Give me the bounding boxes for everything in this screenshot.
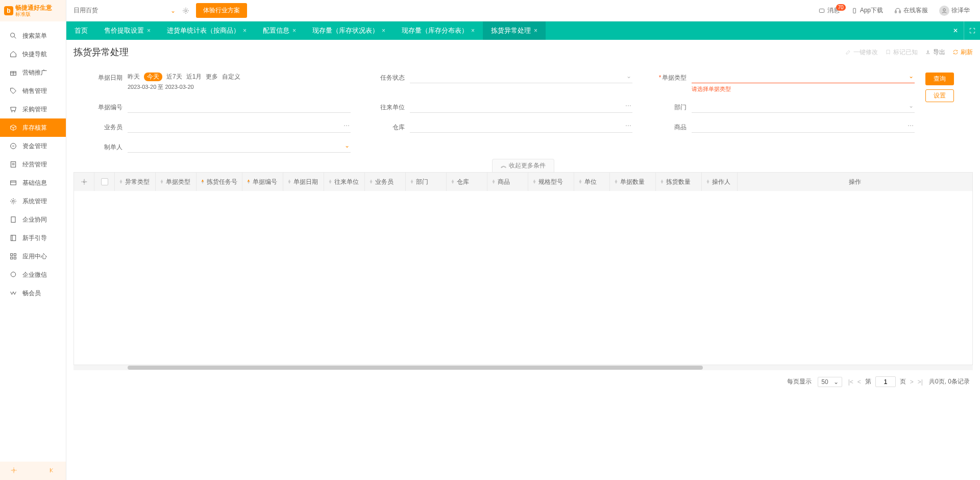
sidebar-item-coop[interactable]: 企业协同: [0, 210, 66, 229]
tab-home[interactable]: 首页: [66, 21, 96, 40]
bill-type-select[interactable]: [692, 73, 915, 83]
sidebar-item-biz[interactable]: 经营管理: [0, 155, 66, 174]
creator-select[interactable]: [128, 142, 351, 153]
date-shortcut-custom[interactable]: 自定义: [222, 73, 240, 81]
sidebar-item-label: 新手引导: [22, 234, 47, 243]
more-icon[interactable]: ⋯: [625, 122, 631, 129]
mark-known-button[interactable]: 标记已知: [885, 48, 918, 57]
select-all-checkbox[interactable]: [94, 173, 115, 191]
chevron-down-icon[interactable]: ⌄: [909, 102, 914, 109]
sidebar-item-guide[interactable]: 新手引导: [0, 229, 66, 247]
sidebar-item-funds[interactable]: 资金管理: [0, 137, 66, 155]
tab-stock-status[interactable]: 现存量（库存状况表）×: [304, 21, 394, 40]
batch-edit-button[interactable]: 一键修改: [845, 48, 878, 57]
app-download-button[interactable]: App下载: [848, 6, 886, 15]
col-bill-no[interactable]: ▲▼单据编号: [242, 173, 283, 191]
settings-icon[interactable]: [10, 467, 17, 475]
col-partner[interactable]: ▲▼往来单位: [324, 173, 365, 191]
sidebar-item-basic[interactable]: 基础信息: [0, 174, 66, 192]
page-number-input[interactable]: [875, 376, 896, 387]
sidebar-item-marketing[interactable]: 营销推广: [0, 63, 66, 82]
sidebar-item-search[interactable]: 搜索菜单: [0, 27, 66, 45]
sidebar-item-member[interactable]: 畅会员: [0, 284, 66, 302]
close-all-tabs-button[interactable]: ✕: [947, 21, 964, 40]
table-body-empty: [74, 191, 972, 365]
tab-picking-exception[interactable]: 拣货异常处理×: [483, 21, 546, 40]
horizontal-scrollbar[interactable]: [74, 365, 973, 370]
tab-config[interactable]: 配置信息×: [255, 21, 304, 40]
user-menu[interactable]: 徐泽华: [936, 6, 973, 16]
col-product[interactable]: ▲▼商品: [487, 173, 528, 191]
sidebar-item-sales[interactable]: 销售管理: [0, 82, 66, 100]
close-icon[interactable]: ×: [534, 27, 537, 34]
partner-input[interactable]: [410, 102, 633, 113]
first-page-button[interactable]: |<: [848, 378, 853, 386]
chevron-down-icon[interactable]: ⌄: [345, 142, 350, 149]
tenant-settings-button[interactable]: [181, 6, 191, 16]
col-bill-qty[interactable]: ▲▼单据数量: [610, 173, 656, 191]
bill-no-input[interactable]: [128, 102, 351, 113]
collapse-sidebar-icon[interactable]: [48, 467, 56, 475]
col-operator[interactable]: ▲▼操作人: [702, 173, 738, 191]
filter-settings-button[interactable]: 设置: [925, 89, 954, 102]
sidebar-item-label: 库存核算: [22, 124, 47, 132]
chevron-down-icon[interactable]: ⌄: [626, 73, 631, 80]
tenant-selector[interactable]: 日用百货 ⌄: [74, 6, 176, 15]
sidebar-item-label: 畅会员: [22, 289, 41, 298]
tab-price-extract[interactable]: 售价提取设置×: [96, 21, 159, 40]
prev-page-button[interactable]: <: [857, 378, 861, 386]
close-icon[interactable]: ×: [147, 27, 151, 34]
export-button[interactable]: 导出: [925, 48, 945, 57]
cta-button[interactable]: 体验行业方案: [196, 3, 247, 18]
sidebar-item-inventory[interactable]: 库存核算: [0, 118, 66, 137]
col-bill-type[interactable]: ▲▼单据类型: [156, 173, 197, 191]
collapse-filters-button[interactable]: ︽ 收起更多条件: [492, 159, 554, 172]
col-task-no[interactable]: ▲▼拣货任务号: [197, 173, 242, 191]
page-size-select[interactable]: 50 ⌄: [818, 377, 842, 387]
close-icon[interactable]: ×: [292, 27, 296, 34]
chevron-down-icon[interactable]: ⌄: [909, 73, 914, 80]
more-icon[interactable]: ⋯: [344, 122, 350, 129]
product-input[interactable]: [692, 122, 915, 133]
task-status-select[interactable]: [410, 73, 633, 83]
support-button[interactable]: 在线客服: [891, 6, 931, 15]
sidebar-item-system[interactable]: 系统管理: [0, 192, 66, 210]
date-shortcut-7d[interactable]: 近7天: [166, 73, 182, 81]
refresh-button[interactable]: 刷新: [952, 48, 973, 57]
messages-button[interactable]: 消息 70: [815, 6, 843, 15]
department-select[interactable]: [692, 102, 915, 113]
sidebar-item-purchase[interactable]: 采购管理: [0, 100, 66, 118]
scrollbar-thumb[interactable]: [128, 366, 703, 370]
query-button[interactable]: 查询: [925, 73, 954, 85]
sort-icon: ▲▼: [660, 180, 664, 184]
col-bill-date[interactable]: ▲▼单据日期: [283, 173, 324, 191]
report-icon: [9, 160, 17, 169]
date-shortcut-more[interactable]: 更多: [206, 73, 218, 81]
col-salesman[interactable]: ▲▼业务员: [365, 173, 406, 191]
close-icon[interactable]: ×: [382, 27, 385, 34]
date-shortcut-today[interactable]: 今天: [144, 73, 162, 81]
sidebar-item-quicknav[interactable]: 快捷导航: [0, 45, 66, 63]
warehouse-input[interactable]: [410, 122, 633, 133]
col-warehouse[interactable]: ▲▼仓库: [447, 173, 487, 191]
more-icon[interactable]: ⋯: [908, 122, 914, 129]
fullscreen-button[interactable]: [964, 21, 980, 40]
col-spec[interactable]: ▲▼规格型号: [528, 173, 574, 191]
more-icon[interactable]: ⋯: [625, 102, 631, 109]
sidebar-item-appstore[interactable]: 应用中心: [0, 247, 66, 266]
next-page-button[interactable]: >: [910, 378, 914, 386]
last-page-button[interactable]: >|: [918, 378, 923, 386]
table-settings-button[interactable]: [74, 173, 94, 191]
tab-stock-dist[interactable]: 现存量（库存分布表）×: [394, 21, 483, 40]
sidebar-item-wecom[interactable]: 企业微信: [0, 266, 66, 284]
close-icon[interactable]: ×: [243, 27, 247, 34]
col-exception-type[interactable]: ▲▼异常类型: [115, 173, 156, 191]
date-shortcut-yesterday[interactable]: 昨天: [128, 73, 140, 81]
col-department[interactable]: ▲▼部门: [406, 173, 447, 191]
col-pick-qty[interactable]: ▲▼拣货数量: [656, 173, 702, 191]
close-icon[interactable]: ×: [471, 27, 475, 34]
date-shortcut-1m[interactable]: 近1月: [186, 73, 202, 81]
tab-purchase-stats[interactable]: 进货单统计表（按商品）×: [159, 21, 255, 40]
col-unit[interactable]: ▲▼单位: [574, 173, 610, 191]
salesman-input[interactable]: [128, 122, 351, 133]
